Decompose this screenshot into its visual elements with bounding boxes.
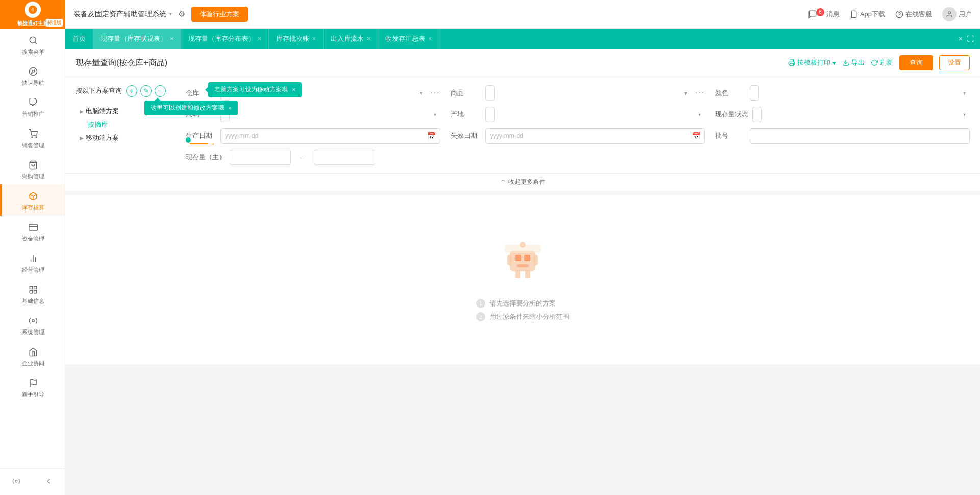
tab-inventory-status-label: 现存量（库存状况表） [101, 34, 167, 43]
step-2-text: 用过滤条件来缩小分析范围 [489, 310, 569, 323]
user-btn[interactable]: 用户 [942, 7, 972, 21]
tree-arrow-desktop: ▶ [80, 109, 84, 114]
add-scheme-btn[interactable]: + [126, 85, 137, 97]
goods-select[interactable] [485, 85, 495, 101]
sidebar-item-operations[interactable]: 经营管理 [0, 247, 65, 278]
main-content: 装备及固定资产辅助管理系统 ▾ ⚙ 体验行业方案 6 消息 App下载 在线客服 [65, 0, 980, 495]
app-label: App下载 [860, 10, 885, 19]
export-label: 导出 [851, 58, 865, 67]
query-btn[interactable]: 查询 [899, 55, 933, 70]
messages-btn[interactable]: 6 消息 [808, 10, 840, 19]
tab-inventory-dist-close[interactable]: × [258, 35, 261, 42]
tab-flow-close[interactable]: × [367, 35, 371, 42]
scheme-tooltip-close[interactable]: × [292, 86, 296, 93]
sidebar-item-sales[interactable]: 销售管理 [0, 122, 65, 153]
empty-step-1: 1 请先选择要分析的方案 [476, 297, 569, 310]
filter-row-color: 颜色 ▾ [715, 85, 970, 101]
megaphone-icon [28, 97, 39, 108]
tab-inventory-status-close[interactable]: × [170, 35, 174, 42]
flag-icon [28, 378, 39, 389]
filter-row-stock-status: 现存量状态 ▾ [715, 107, 970, 122]
stock-main-from[interactable] [230, 150, 291, 165]
refresh-btn[interactable]: 刷新 [871, 58, 893, 67]
goods-label: 商品 [451, 88, 481, 98]
stock-status-select[interactable] [752, 107, 762, 122]
sidebar-item-search[interactable]: 搜索菜单 [0, 29, 65, 60]
stock-status-label: 现存量状态 [715, 110, 748, 119]
collapse-sidebar-btn[interactable] [42, 475, 55, 489]
cart-icon [28, 128, 39, 139]
goods-more[interactable]: ··· [695, 88, 705, 98]
tab-home[interactable]: 首页 [65, 29, 93, 49]
scheme-mobile[interactable]: ▶ 移动端方案 [76, 131, 178, 145]
exp-date-input[interactable]: yyyy-mm-dd 📅 [485, 128, 705, 144]
grid-icon [28, 284, 39, 295]
scheme-mobile-label: 移动端方案 [86, 133, 119, 143]
sidebar-item-guide[interactable]: 新手引导 [0, 371, 65, 403]
sidebar-item-system[interactable]: 系统管理 [0, 309, 65, 340]
user-label: 用户 [959, 10, 972, 19]
svg-rect-33 [534, 255, 538, 265]
empty-steps: 1 请先选择要分析的方案 2 用过滤条件来缩小分析范围 [476, 297, 569, 323]
sidebar-item-enterprise[interactable]: 企业协同 [0, 340, 65, 371]
back-scheme-btn[interactable]: ← [155, 85, 166, 97]
svg-rect-35 [525, 270, 530, 278]
collapse-label: 收起更多条件 [508, 178, 545, 186]
sidebar-item-inventory[interactable]: 库存核算 [0, 184, 65, 216]
page-title: 现存量查询(按仓库+商品) [76, 58, 167, 68]
tab-shipment-summary-close[interactable]: × [428, 35, 432, 42]
svg-rect-14 [30, 286, 32, 289]
stock-main-dash: — [295, 154, 310, 161]
edit-tooltip: 这里可以创建和修改方案哦 × [144, 101, 238, 115]
tab-home-label: 首页 [72, 34, 86, 43]
collapse-bar[interactable]: 收起更多条件 [65, 173, 980, 191]
tab-batch-account-close[interactable]: × [312, 35, 316, 42]
scheme-desktop-default-label: 按摘库 [88, 120, 108, 129]
setting-btn[interactable]: 设置 [939, 55, 970, 70]
tab-flow-label: 出入库流水 [331, 34, 364, 43]
fullscreen-btn[interactable]: ⛶ [967, 35, 974, 43]
prod-date-cal-icon[interactable]: 📅 [427, 132, 436, 140]
edit-scheme-btn[interactable]: ✎ [140, 85, 152, 97]
sidebar-item-basic[interactable]: 基础信息 [0, 278, 65, 309]
sidebar-item-marketing[interactable]: 营销推广 [0, 91, 65, 122]
scheme-desktop-default[interactable]: 按摘库 [76, 118, 178, 131]
edit-tooltip-close[interactable]: × [228, 105, 232, 112]
trial-btn[interactable]: 体验行业方案 [191, 7, 248, 22]
tab-inventory-status[interactable]: 现存量（库存状况表） × [93, 29, 181, 49]
sidebar-item-finance[interactable]: 资金管理 [0, 216, 65, 247]
filter-title: 按以下方案查询 [76, 86, 122, 96]
print-btn[interactable]: 按模板打印 ▾ [788, 58, 836, 67]
sidebar-item-purchase[interactable]: 采购管理 [0, 153, 65, 184]
export-btn[interactable]: 导出 [842, 58, 865, 67]
stock-main-to[interactable] [314, 150, 375, 165]
tab-shipment-summary[interactable]: 收发存汇总表 × [378, 29, 439, 49]
svg-rect-9 [29, 224, 38, 230]
tab-flow[interactable]: 出入库流水 × [324, 29, 378, 49]
header-left: 装备及固定资产辅助管理系统 ▾ ⚙ 体验行业方案 [74, 7, 248, 22]
app-download-btn[interactable]: App下载 [850, 10, 885, 19]
svg-point-37 [520, 242, 526, 248]
close-all-tabs-btn[interactable]: × [959, 35, 963, 43]
system-dropdown-icon[interactable]: ▾ [169, 11, 172, 17]
tab-batch-account-label: 库存批次账 [276, 34, 309, 43]
svg-point-20 [15, 480, 17, 482]
sidebar-label-system: 系统管理 [22, 328, 44, 336]
origin-select[interactable] [485, 107, 495, 122]
tab-batch-account[interactable]: 库存批次账 × [269, 29, 324, 49]
settings-bottom-btn[interactable] [10, 475, 22, 489]
prod-date-input[interactable]: yyyy-mm-dd 📅 [220, 128, 440, 144]
logo-icon: 6 [24, 2, 41, 18]
size-select-wrapper: ▾ [220, 107, 440, 122]
empty-icon [497, 235, 548, 287]
exp-date-cal-icon[interactable]: 📅 [692, 132, 700, 140]
header-settings-icon[interactable]: ⚙ [178, 9, 185, 19]
batch-input[interactable] [750, 128, 970, 144]
tab-inventory-dist[interactable]: 现存量（库存分布表） × [181, 29, 269, 49]
warehouse-more[interactable]: ··· [430, 88, 440, 98]
top-header: 装备及固定资产辅助管理系统 ▾ ⚙ 体验行业方案 6 消息 App下载 在线客服 [65, 0, 980, 29]
support-btn[interactable]: 在线客服 [895, 10, 932, 19]
color-select[interactable] [750, 85, 759, 101]
sidebar-item-quicknav[interactable]: 快速导航 [0, 60, 65, 91]
sidebar-bottom [0, 468, 65, 495]
